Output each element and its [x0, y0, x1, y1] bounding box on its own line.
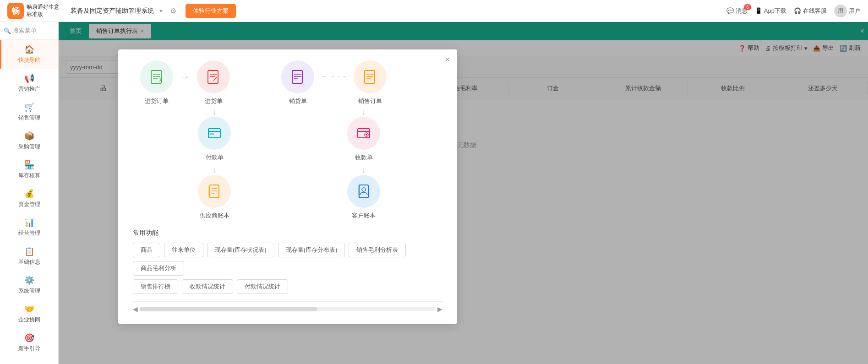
flow-modal: × 进货订单 →: [118, 49, 457, 324]
download-icon: 📱: [755, 7, 762, 14]
svg-point-30: [362, 188, 366, 191]
basic-info-icon: 📋: [24, 246, 34, 256]
flow-node-supplier-ledger[interactable]: 供应商账本: [198, 175, 231, 220]
flow-node-purchase-bill[interactable]: 进货单: [197, 60, 230, 105]
common-functions-section: 常用功能 商品 往来单位 现存量(库存状况表) 现存量(库存分布表) 销售毛利分…: [133, 229, 442, 294]
scrollbar-thumb: [140, 307, 317, 311]
sidebar-search[interactable]: 🔍 搜索菜单: [0, 22, 58, 40]
top-bar: 畅 畅康通好生意 标准版 装备及固定资产辅助管理系统 ▾ ⚙ 体验行业方案 💬 …: [0, 0, 868, 22]
scroll-right-icon[interactable]: ▶: [437, 305, 442, 313]
sidebar-item-basic-info[interactable]: 📋 基础信息: [0, 242, 58, 271]
app-wrapper: 畅 畅康通好生意 标准版 装备及固定资产辅助管理系统 ▾ ⚙ 体验行业方案 💬 …: [0, 0, 868, 364]
sidebar-item-operations[interactable]: 📊 经营管理: [0, 213, 58, 242]
arrow-dashed-1: ← - - -: [322, 73, 346, 93]
operations-icon: 📊: [24, 217, 34, 228]
purchase-bill-label: 进货单: [205, 97, 223, 105]
message-badge: 6: [744, 4, 751, 10]
sidebar-item-newbie[interactable]: 🎯 新手引导: [0, 328, 58, 357]
inventory-icon: 🏪: [24, 160, 34, 170]
modal-overlay[interactable]: × 进货订单 →: [59, 22, 868, 364]
sales-order-node-icon: [354, 60, 387, 93]
sidebar: 🔍 搜索菜单 🏠 快捷导航 📢 营销推广 🛒 销售管理 📦 采购管理 �: [0, 22, 59, 364]
newbie-icon: 🎯: [24, 333, 34, 343]
sales-bill-icon: [281, 60, 314, 93]
flow-node-receipt[interactable]: 收款单: [347, 117, 380, 162]
svg-rect-7: [292, 71, 302, 83]
btn-product[interactable]: 商品: [133, 243, 160, 257]
service-icon: 🎧: [794, 7, 801, 14]
common-buttons-row2: 销售排行榜 收款情况统计 付款情况统计: [133, 279, 442, 294]
purchase-bill-icon: [197, 60, 230, 93]
receipt-icon: [347, 117, 380, 150]
btn-stock-dist[interactable]: 现存量(库存分布表): [278, 243, 345, 257]
system-title: 装备及固定资产辅助管理系统: [71, 7, 154, 15]
sidebar-item-finance[interactable]: 💰 资金管理: [0, 184, 58, 213]
receipt-label: 收款单: [355, 153, 373, 162]
purchase-order-label: 进货订单: [145, 97, 169, 105]
customer-ledger-icon: [347, 175, 380, 208]
btn-product-gross[interactable]: 商品毛利分析: [133, 261, 184, 276]
modal-scrollbar: ◀ ▶: [133, 301, 442, 313]
btn-partners[interactable]: 往来单位: [164, 243, 203, 257]
svg-rect-23: [210, 185, 219, 198]
settings-icon[interactable]: ⚙: [170, 6, 176, 15]
finance-icon: 💰: [24, 189, 34, 199]
sidebar-item-quick-nav[interactable]: 🏠 快捷导航: [0, 40, 58, 69]
search-icon: 🔍: [4, 27, 11, 34]
online-service-button[interactable]: 🎧 在线客服: [794, 7, 827, 15]
flow-node-purchase-order[interactable]: 进货订单: [140, 60, 173, 105]
purchase-icon: 📦: [24, 131, 34, 141]
sidebar-item-marketing[interactable]: 📢 营销推广: [0, 69, 58, 98]
app-download-button[interactable]: 📱 App下载: [755, 7, 786, 15]
logo-area: 畅 畅康通好生意 标准版: [7, 3, 60, 19]
flow-node-sales-bill[interactable]: 销货单: [281, 60, 314, 105]
message-button[interactable]: 💬 消息 6: [726, 7, 748, 15]
btn-payment-stats[interactable]: 付款情况统计: [237, 279, 288, 294]
marketing-icon: 📢: [24, 73, 34, 83]
sidebar-item-enterprise[interactable]: 🤝 企业协同: [0, 299, 58, 328]
sales-bill-label: 销货单: [289, 97, 307, 105]
arrow-right-1: →: [180, 71, 190, 95]
btn-receipt-stats[interactable]: 收款情况统计: [182, 279, 233, 294]
experience-btn[interactable]: 体验行业方案: [186, 4, 236, 18]
scrollbar-track[interactable]: [140, 307, 436, 311]
sales-order-node-label: 销售订单: [358, 97, 382, 105]
sales-icon: 🛒: [24, 102, 34, 112]
active-bar: [0, 40, 1, 69]
sidebar-item-inventory[interactable]: 🏪 库存核算: [0, 155, 58, 184]
modal-close-button[interactable]: ×: [445, 55, 450, 65]
btn-sales-rank[interactable]: 销售排行榜: [133, 279, 178, 294]
sidebar-item-system[interactable]: ⚙️ 系统管理: [0, 271, 58, 299]
scroll-left-icon[interactable]: ◀: [133, 305, 138, 313]
svg-rect-11: [365, 71, 375, 83]
flow-node-payment[interactable]: 付款单: [198, 117, 231, 162]
arrow-down-3: ↓: [213, 165, 217, 175]
purchase-order-icon: [140, 60, 173, 93]
svg-rect-17: [210, 133, 214, 135]
flow-node-customer-ledger[interactable]: 客户账本: [347, 175, 380, 220]
svg-rect-15: [208, 129, 220, 138]
supplier-ledger-label: 供应商账本: [200, 212, 229, 220]
logo-text: 畅康通好生意 标准版: [27, 4, 60, 18]
svg-rect-4: [208, 71, 218, 83]
title-dropdown-icon[interactable]: ▾: [159, 7, 163, 14]
enterprise-icon: 🤝: [24, 304, 34, 314]
logo-icon: 畅: [7, 3, 24, 19]
message-icon: 💬: [726, 7, 734, 14]
top-bar-right: 💬 消息 6 📱 App下载 🎧 在线客服 用 用户: [726, 5, 861, 17]
btn-stock-status[interactable]: 现存量(库存状况表): [207, 243, 274, 257]
flow-node-sales-order[interactable]: 销售订单: [354, 60, 387, 105]
common-functions-title: 常用功能: [133, 229, 442, 237]
avatar: 用: [834, 5, 847, 17]
svg-rect-24: [208, 186, 210, 196]
user-menu[interactable]: 用 用户: [834, 5, 861, 17]
arrow-down-2: ↓: [362, 107, 366, 117]
supplier-ledger-icon: [198, 175, 231, 208]
quick-nav-icon: 🏠: [24, 44, 34, 54]
arrow-down-4: ↓: [362, 165, 366, 175]
system-icon: ⚙️: [24, 275, 34, 285]
payment-label: 付款单: [206, 153, 224, 162]
sidebar-item-sales[interactable]: 🛒 销售管理: [0, 98, 58, 126]
btn-sales-gross[interactable]: 销售毛利分析表: [349, 243, 406, 257]
sidebar-item-purchase[interactable]: 📦 采购管理: [0, 126, 58, 155]
